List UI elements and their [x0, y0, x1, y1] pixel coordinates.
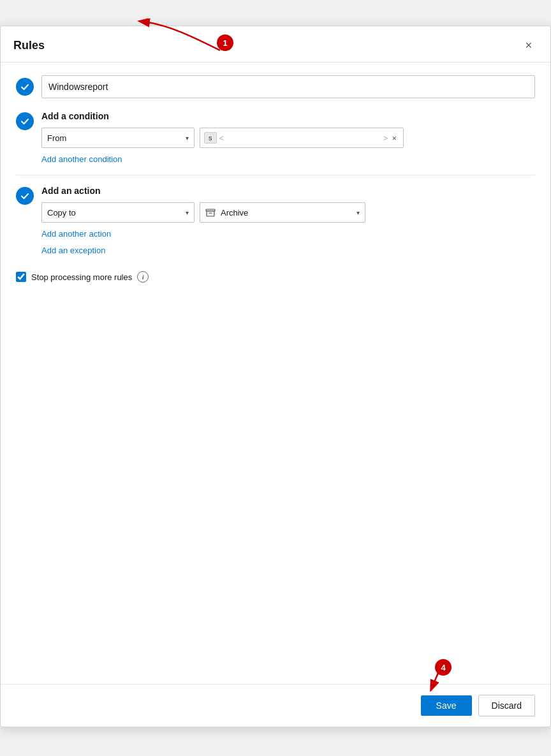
- info-icon: i: [137, 271, 149, 283]
- condition-check-circle: [16, 112, 34, 130]
- rule-name-input[interactable]: [41, 75, 535, 98]
- dialog-title: Rules: [13, 39, 45, 52]
- dialog-header: Rules ×: [1, 26, 550, 63]
- dialog-body: 1 Add a condition: [1, 63, 550, 684]
- action-controls-row: 3 Copy to ▾: [41, 202, 535, 223]
- action-section-label: Add an action: [41, 186, 535, 196]
- discard-button[interactable]: Discard: [478, 695, 535, 716]
- stop-processing-row: Stop processing more rules i: [16, 271, 535, 283]
- condition-type-dropdown[interactable]: From ▾: [41, 128, 195, 148]
- close-button[interactable]: ×: [520, 36, 538, 54]
- stop-processing-label: Stop processing more rules: [31, 272, 132, 282]
- section-divider: [16, 175, 535, 175]
- action-type-dropdown[interactable]: Copy to ▾: [41, 202, 195, 223]
- action-dropdown-chevron: ▾: [186, 209, 189, 216]
- action-destination-dropdown[interactable]: Archive ▾: [200, 202, 365, 223]
- rule-name-row: [16, 75, 535, 98]
- action-section-content: Add an action 3 Copy to ▾: [41, 186, 535, 256]
- stop-processing-checkbox[interactable]: [16, 272, 26, 282]
- token-clear-button[interactable]: ×: [389, 132, 399, 144]
- token-action-buttons: > ×: [383, 132, 399, 144]
- condition-section-label: Add a condition: [41, 111, 535, 121]
- action-checkmark-icon: [20, 191, 30, 201]
- checkmark-icon: [20, 82, 30, 92]
- condition-value-token-input[interactable]: s < > ×: [200, 128, 404, 148]
- add-condition-link[interactable]: Add another condition: [41, 154, 122, 164]
- action-section-row: Add an action 3 Copy to ▾: [16, 186, 535, 256]
- condition-section-content: Add a condition 2 From ▾: [41, 111, 535, 165]
- condition-controls-row: 2 From ▾: [41, 128, 535, 148]
- save-button[interactable]: Save: [421, 695, 472, 716]
- add-action-link[interactable]: Add another action: [41, 229, 111, 239]
- token-text-input[interactable]: [226, 133, 381, 143]
- condition-checkmark-icon: [20, 116, 30, 126]
- archive-icon: [205, 207, 216, 218]
- annotation-4: 4: [435, 659, 452, 676]
- condition-section-row: Add a condition 2 From ▾: [16, 111, 535, 165]
- rule-name-check-circle: [16, 78, 34, 96]
- rules-dialog: Rules × 1: [0, 26, 551, 727]
- action-check-circle: [16, 187, 34, 205]
- token-pill: s: [204, 132, 217, 144]
- annotation-1: 1: [217, 34, 233, 51]
- condition-dropdown-chevron: ▾: [186, 135, 189, 142]
- dialog-footer: 4 Save Discard: [1, 684, 550, 727]
- add-exception-link[interactable]: Add an exception: [41, 246, 105, 255]
- destination-dropdown-chevron: ▾: [356, 209, 360, 216]
